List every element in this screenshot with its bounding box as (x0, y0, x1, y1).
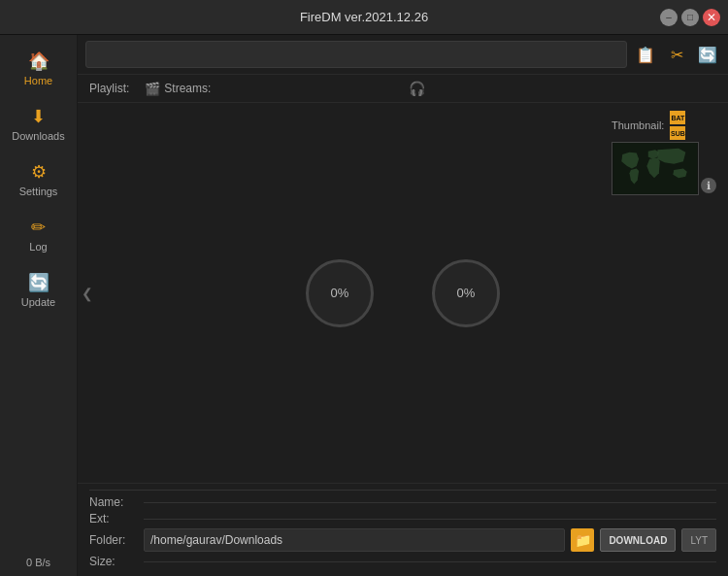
lyt-button[interactable]: LYT (681, 528, 716, 552)
app-title: FireDM ver.2021.12.26 (300, 10, 428, 24)
scissors-button[interactable]: ✂ (664, 42, 689, 67)
titlebar: FireDM ver.2021.12.26 – □ ✕ (0, 0, 728, 35)
bat-button[interactable]: BAT (670, 111, 685, 124)
media-info-row: Playlist: 🎬 Streams: 🎧 (78, 75, 728, 103)
name-row: Name: (89, 495, 716, 509)
audio-icon: 🎧 (409, 81, 425, 96)
bottom-form: Name: Ext: Folder: 📁 DOWNLOAD LYT Size: (78, 483, 728, 576)
video-panel: 0% (306, 259, 374, 327)
sidebar-item-update[interactable]: 🔄 Update (0, 264, 77, 316)
streams-label: Streams: (164, 82, 211, 95)
folder-row: Folder: 📁 DOWNLOAD LYT (89, 528, 716, 552)
sidebar-item-log-label: Log (29, 241, 47, 253)
video-progress-value: 0% (331, 286, 349, 300)
content-area: 📋 ✂ 🔄 Playlist: 🎬 Streams: 🎧 ❮ 0 (78, 35, 728, 576)
url-bar-row: 📋 ✂ 🔄 (78, 35, 728, 75)
folder-browse-button[interactable]: 📁 (571, 528, 594, 552)
update-icon: 🔄 (28, 272, 50, 293)
audio-progress-circle: 0% (432, 259, 500, 327)
speed-indicator: 0 B/s (22, 549, 54, 576)
sidebar-item-home[interactable]: 🏠 Home (0, 43, 77, 94)
audio-panel: 0% (432, 259, 500, 327)
divider-top (89, 490, 716, 491)
collapse-arrow[interactable]: ❮ (78, 282, 97, 305)
size-row: Size: (89, 555, 716, 568)
minimize-button[interactable]: – (660, 9, 678, 26)
sidebar-item-downloads-label: Downloads (12, 130, 64, 142)
sidebar-item-downloads[interactable]: ⬇ Downloads (0, 98, 77, 150)
log-icon: ✏ (31, 217, 46, 238)
window-controls: – □ ✕ (660, 9, 720, 26)
url-input[interactable] (85, 41, 627, 68)
sidebar-item-update-label: Update (21, 296, 55, 308)
streams-info: 🎬 Streams: 🎧 (145, 81, 425, 96)
sidebar-item-settings[interactable]: ⚙ Settings (0, 153, 77, 205)
name-label: Name: (89, 495, 138, 509)
streams-icon: 🎬 (145, 82, 160, 96)
sidebar-item-settings-label: Settings (19, 186, 58, 197)
audio-progress-value: 0% (457, 286, 476, 300)
info-button[interactable]: ℹ (701, 178, 716, 193)
media-area: ❮ 0% 0% Thumbnail: (78, 103, 728, 483)
ext-row: Ext: (89, 512, 716, 525)
home-icon: 🏠 (28, 51, 50, 72)
thumbnail-label: Thumbnail: (612, 119, 664, 131)
thumbnail-panel: Thumbnail: BAT SUB (612, 111, 716, 195)
ext-label: Ext: (89, 512, 138, 525)
close-button[interactable]: ✕ (703, 9, 720, 26)
settings-icon: ⚙ (31, 161, 47, 183)
downloads-icon: ⬇ (31, 106, 46, 127)
folder-label: Folder: (89, 533, 138, 547)
folder-input[interactable] (144, 528, 565, 552)
playlist-label: Playlist: (89, 82, 129, 95)
paste-button[interactable]: 📋 (633, 42, 658, 67)
refresh-button[interactable]: 🔄 (695, 42, 720, 67)
world-map-svg (612, 143, 698, 194)
video-progress-circle: 0% (306, 259, 374, 327)
sidebar-item-log[interactable]: ✏ Log (0, 209, 77, 260)
size-label: Size: (89, 555, 138, 568)
sub-button[interactable]: SUB (670, 126, 685, 140)
playlist-info: Playlist: (89, 82, 129, 95)
main-layout: 🏠 Home ⬇ Downloads ⚙ Settings ✏ Log 🔄 Up… (0, 35, 728, 576)
sidebar: 🏠 Home ⬇ Downloads ⚙ Settings ✏ Log 🔄 Up… (0, 35, 78, 576)
thumbnail-image (612, 142, 699, 195)
download-button[interactable]: DOWNLOAD (600, 528, 676, 552)
maximize-button[interactable]: □ (681, 9, 699, 26)
sidebar-item-home-label: Home (24, 75, 52, 86)
